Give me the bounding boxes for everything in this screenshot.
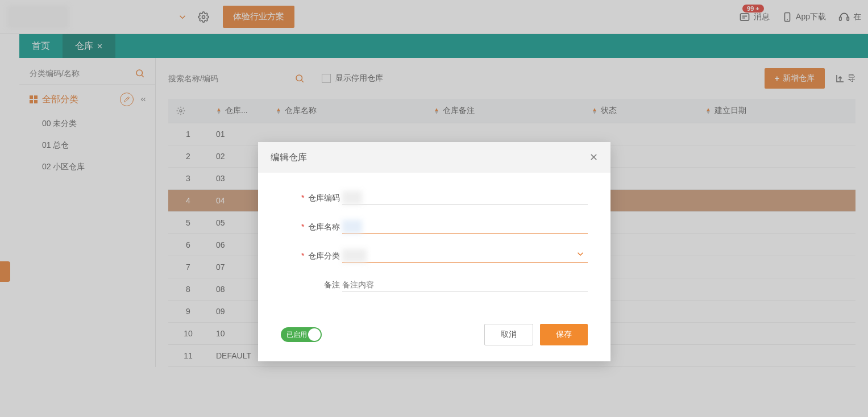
toggle-label: 已启用: [286, 330, 307, 340]
chevron-down-icon: [575, 249, 585, 259]
edit-warehouse-modal: 编辑仓库 ✕ *仓库编码 *仓库名称 *仓库分类 备注: [258, 142, 610, 361]
warehouse-name-input[interactable]: [342, 220, 588, 234]
toggle-knob: [308, 328, 321, 341]
cancel-button[interactable]: 取消: [484, 324, 533, 345]
close-icon[interactable]: ✕: [589, 151, 598, 164]
field-label: 仓库分类: [308, 251, 340, 260]
field-label: 仓库名称: [308, 222, 340, 231]
field-label: 仓库编码: [308, 193, 340, 202]
modal-header: 编辑仓库 ✕: [258, 142, 610, 173]
field-label: 备注: [324, 280, 340, 289]
warehouse-code-input[interactable]: [342, 191, 588, 205]
notes-input[interactable]: [342, 278, 588, 292]
save-button[interactable]: 保存: [540, 324, 588, 345]
warehouse-category-select[interactable]: [342, 249, 588, 263]
modal-title: 编辑仓库: [271, 152, 307, 164]
enabled-toggle[interactable]: 已启用: [281, 327, 322, 342]
